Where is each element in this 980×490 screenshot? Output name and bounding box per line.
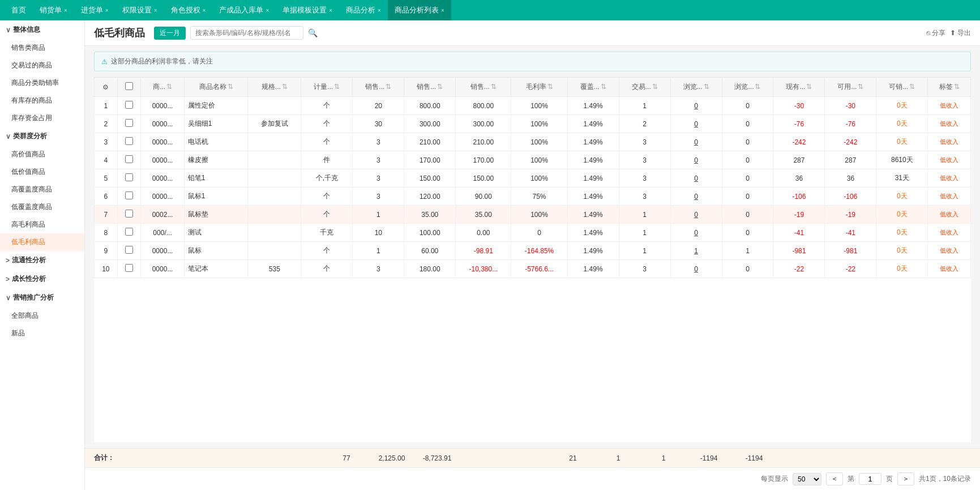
col-header-gross_margin[interactable]: 毛利率⇅ — [511, 78, 567, 97]
sort-icon[interactable]: ⇅ — [437, 83, 443, 91]
nav-item-商品分析列表[interactable]: 商品分析列表× — [388, 0, 451, 20]
browse1-link[interactable]: 0 — [694, 265, 698, 273]
sidebar-item-全部商品[interactable]: 全部商品 — [0, 307, 84, 325]
browse1-link[interactable]: 0 — [694, 174, 698, 182]
select-all-checkbox[interactable] — [125, 82, 133, 90]
sort-icon[interactable]: ⇅ — [228, 83, 233, 91]
row-checkbox[interactable] — [125, 173, 133, 181]
close-tab-icon[interactable]: × — [266, 7, 269, 14]
sidebar-item-交易过的商品[interactable]: 交易过的商品 — [0, 57, 84, 74]
col-header-sale_amount[interactable]: 销售...⇅ — [456, 78, 511, 97]
close-tab-icon[interactable]: × — [441, 7, 444, 14]
row-checkbox[interactable] — [125, 210, 133, 218]
nav-item-角色授权[interactable]: 角色授权× — [164, 0, 213, 20]
close-tab-icon[interactable]: × — [378, 7, 381, 14]
export-button[interactable]: ⬆ 导出 — [950, 28, 971, 38]
col-header-coverage[interactable]: 覆盖...⇅ — [567, 78, 619, 97]
row-checkbox[interactable] — [125, 246, 133, 254]
col-header-browse2[interactable]: 浏览...⇅ — [722, 78, 773, 97]
sidebar-item-高毛利商品[interactable]: 高毛利商品 — [0, 216, 84, 233]
sort-icon[interactable]: ⇅ — [334, 83, 340, 91]
sidebar-item-高价值商品[interactable]: 高价值商品 — [0, 146, 84, 163]
sort-icon[interactable]: ⇅ — [282, 83, 288, 91]
col-header-transaction[interactable]: 交易...⇅ — [619, 78, 670, 97]
sidebar-item-低毛利商品[interactable]: 低毛利商品 — [0, 233, 84, 251]
close-tab-icon[interactable]: × — [329, 7, 332, 14]
date-filter-button[interactable]: 近一月 — [154, 27, 186, 40]
share-button[interactable]: ⎋ 分享 — [926, 28, 945, 38]
prev-page-button[interactable]: ＜ — [826, 472, 843, 485]
nav-item-首页[interactable]: 首页 — [5, 0, 33, 20]
col-header-spec[interactable]: 规格...⇅ — [248, 78, 301, 97]
col-header-unit[interactable]: 计量...⇅ — [301, 78, 353, 97]
page-size-select[interactable]: 50 20 100 — [793, 473, 821, 485]
sidebar-item-库存资金占用[interactable]: 库存资金占用 — [0, 109, 84, 127]
col-header-sale_qty[interactable]: 销售...⇅ — [353, 78, 404, 97]
row-checkbox[interactable] — [125, 264, 133, 272]
close-tab-icon[interactable]: × — [64, 7, 67, 14]
sort-icon[interactable]: ⇅ — [755, 83, 760, 91]
col-header-sellable[interactable]: 可销...⇅ — [876, 78, 928, 97]
browse1-link[interactable]: 1 — [694, 247, 698, 255]
search-input[interactable] — [190, 26, 303, 40]
sidebar-group-流通性分析[interactable]: > 流通性分析 — [0, 251, 84, 270]
sidebar-item-低价值商品[interactable]: 低价值商品 — [0, 163, 84, 181]
browse1-link[interactable]: 0 — [694, 120, 698, 128]
sidebar-group-成长性分析[interactable]: > 成长性分析 — [0, 270, 84, 288]
close-tab-icon[interactable]: × — [154, 7, 157, 14]
browse1-link[interactable]: 0 — [694, 156, 698, 164]
sort-icon[interactable]: ⇅ — [386, 83, 391, 91]
col-header-available[interactable]: 可用...⇅ — [825, 78, 876, 97]
row-checkbox[interactable] — [125, 137, 133, 145]
sort-icon[interactable]: ⇅ — [954, 83, 960, 91]
sidebar-group-整体信息[interactable]: ∨ 整体信息 — [0, 20, 84, 39]
close-tab-icon[interactable]: × — [105, 7, 109, 14]
col-header-code[interactable]: 商...⇅ — [141, 78, 185, 97]
nav-item-单据模板设置[interactable]: 单据模板设置× — [276, 0, 339, 20]
page-number-input[interactable] — [859, 473, 881, 485]
browse1-link[interactable]: 0 — [694, 193, 698, 201]
col-header-browse1[interactable]: 浏览...⇅ — [670, 78, 722, 97]
sidebar-item-有库存的商品[interactable]: 有库存的商品 — [0, 92, 84, 109]
sidebar-item-销售类商品[interactable]: 销售类商品 — [0, 39, 84, 57]
col-header-current[interactable]: 现有...⇅ — [773, 78, 825, 97]
nav-item-销货单[interactable]: 销货单× — [33, 0, 74, 20]
row-checkbox[interactable] — [125, 155, 133, 163]
sort-icon[interactable]: ⇅ — [806, 83, 812, 91]
nav-item-商品分析[interactable]: 商品分析× — [339, 0, 388, 20]
browse1-link[interactable]: 0 — [694, 138, 698, 146]
row-checkbox[interactable] — [125, 101, 133, 109]
browse1-link[interactable]: 0 — [694, 229, 698, 237]
browse1-link[interactable]: 0 — [694, 211, 698, 219]
sidebar-item-高覆盖度商品[interactable]: 高覆盖度商品 — [0, 181, 84, 198]
col-header-tag[interactable]: 标签⇅ — [928, 78, 971, 97]
nav-item-产成品入库单[interactable]: 产成品入库单× — [212, 0, 276, 20]
sort-icon[interactable]: ⇅ — [601, 83, 606, 91]
sort-icon[interactable]: ⇅ — [909, 83, 915, 91]
nav-item-权限设置[interactable]: 权限设置× — [115, 0, 164, 20]
col-header-name[interactable]: 商品名称⇅ — [184, 78, 248, 97]
col-header-sale_price[interactable]: 销售...⇅ — [404, 78, 456, 97]
sidebar-group-营销推广分析[interactable]: ∨ 营销推广分析 — [0, 288, 84, 307]
sidebar-group-类群度分析[interactable]: ∨ 类群度分析 — [0, 127, 84, 146]
nav-item-进货单[interactable]: 进货单× — [74, 0, 115, 20]
col-header-settings[interactable]: ⚙ — [95, 78, 118, 97]
sidebar-item-低覆盖度商品[interactable]: 低覆盖度商品 — [0, 198, 84, 216]
row-checkbox[interactable] — [125, 119, 133, 127]
next-page-button[interactable]: ＞ — [897, 472, 914, 485]
row-checkbox[interactable] — [125, 228, 133, 236]
settings-icon[interactable]: ⚙ — [102, 83, 109, 91]
sort-icon[interactable]: ⇅ — [547, 83, 553, 91]
sort-icon[interactable]: ⇅ — [491, 83, 497, 91]
sidebar-item-商品分类助销率[interactable]: 商品分类助销率 — [0, 74, 84, 92]
sort-icon[interactable]: ⇅ — [858, 83, 863, 91]
search-icon-button[interactable]: 🔍 — [308, 28, 318, 37]
row-checkbox[interactable] — [125, 191, 133, 199]
col-header-checkbox[interactable] — [117, 78, 141, 97]
sort-icon[interactable]: ⇅ — [652, 83, 658, 91]
sidebar-item-新品[interactable]: 新品 — [0, 325, 84, 342]
close-tab-icon[interactable]: × — [203, 7, 206, 14]
sort-icon[interactable]: ⇅ — [166, 83, 172, 91]
sort-icon[interactable]: ⇅ — [704, 83, 709, 91]
browse1-link[interactable]: 0 — [694, 102, 698, 110]
